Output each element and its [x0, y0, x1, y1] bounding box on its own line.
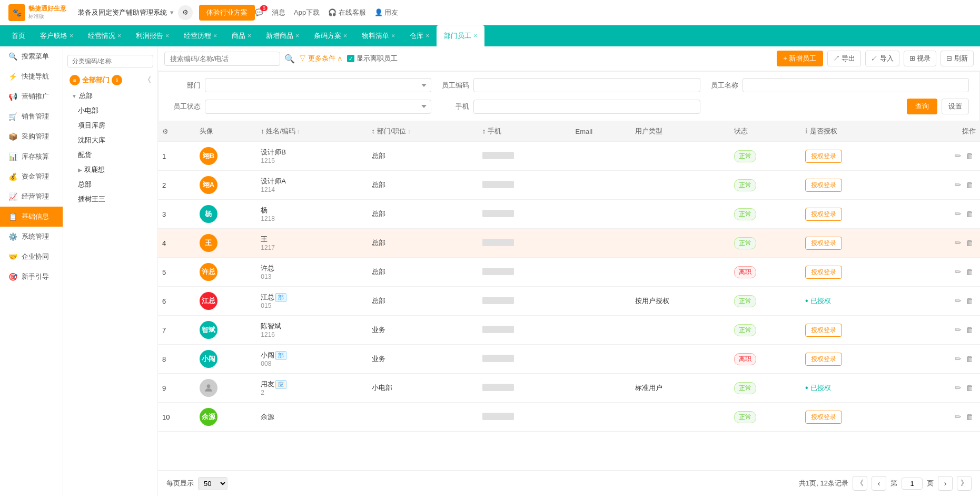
set-button[interactable]: 设置: [942, 99, 969, 114]
th-dept-pos[interactable]: ↕ 部门/职位: [368, 121, 478, 142]
nav-tab-operation[interactable]: 经营情况×: [81, 25, 128, 46]
nav-tab-customer[interactable]: 客户联络×: [33, 25, 81, 46]
edit-button[interactable]: ✏: [953, 295, 964, 307]
close-icon[interactable]: ×: [295, 32, 299, 40]
edit-button[interactable]: ✏: [953, 353, 964, 365]
nav-tab-add-goods[interactable]: 新增商品×: [259, 25, 306, 46]
close-icon[interactable]: ×: [343, 32, 347, 40]
delete-button[interactable]: 🗑: [964, 295, 976, 306]
sidebar-item-finance[interactable]: 💰 资金管理: [0, 167, 63, 187]
settings-icon[interactable]: ⚙: [178, 5, 193, 20]
delete-button[interactable]: 🗑: [964, 179, 976, 190]
th-name-code[interactable]: ↕ 姓名/编码: [256, 121, 367, 142]
nav-tab-dept-emp[interactable]: 部门员工×: [437, 25, 484, 46]
phone-input[interactable]: [473, 100, 700, 114]
nav-tab-history[interactable]: 经营历程×: [176, 25, 224, 46]
emp-name-input[interactable]: [743, 78, 969, 92]
nav-tab-barcode[interactable]: 条码方案×: [306, 25, 354, 46]
auth-login-button[interactable]: 授权登录: [805, 150, 842, 163]
per-page-select[interactable]: 50 100: [198, 477, 227, 490]
sidebar-item-basic[interactable]: 📋 基础信息: [0, 207, 63, 227]
export-button[interactable]: ↗ 导出: [827, 51, 862, 66]
dept-node-small-elec[interactable]: 小电部: [65, 103, 155, 118]
collapse-btn[interactable]: 《: [144, 75, 151, 85]
delete-button[interactable]: 🗑: [964, 266, 976, 277]
dept-search-input[interactable]: [67, 55, 153, 67]
close-icon[interactable]: ×: [213, 32, 217, 40]
auth-login-button[interactable]: 授权登录: [805, 179, 842, 192]
delete-button[interactable]: 🗑: [964, 237, 976, 248]
print-button[interactable]: ⊟ 刷新: [941, 51, 974, 66]
last-page-btn[interactable]: 》: [957, 476, 972, 491]
delete-button[interactable]: 🗑: [964, 150, 976, 161]
sidebar-item-inventory[interactable]: 📊 库存核算: [0, 147, 63, 167]
nav-tab-warehouse[interactable]: 仓库×: [402, 25, 437, 46]
emp-status-select[interactable]: [205, 100, 431, 114]
sidebar-item-system[interactable]: ⚙️ 系统管理: [0, 227, 63, 247]
sidebar-item-sales[interactable]: 🛒 销售管理: [0, 106, 63, 127]
delete-button[interactable]: 🗑: [964, 411, 976, 422]
app-download[interactable]: App下载: [294, 8, 320, 17]
auth-login-button[interactable]: 授权登录: [805, 208, 842, 221]
close-icon[interactable]: ×: [425, 32, 429, 40]
edit-button[interactable]: ✏: [953, 208, 964, 220]
edit-button[interactable]: ✏: [953, 150, 964, 162]
show-resigned-toggle[interactable]: ✓ 显示离职员工: [347, 54, 398, 63]
edit-button[interactable]: ✏: [953, 237, 964, 249]
nav-home[interactable]: 首页: [4, 25, 33, 46]
edit-button[interactable]: ✏: [953, 179, 964, 191]
sidebar-item-purchase[interactable]: 📦 采购管理: [0, 127, 63, 147]
dept-node-general2[interactable]: 总部: [65, 177, 155, 192]
th-settings[interactable]: ⚙: [158, 121, 195, 142]
dept-node-distribution[interactable]: 配货: [65, 148, 155, 162]
view-button[interactable]: ⊞ 视录: [904, 51, 937, 66]
auth-login-button[interactable]: 授权登录: [805, 353, 842, 366]
sidebar-item-marketing[interactable]: 📢 营销推广: [0, 86, 63, 106]
all-dept-label[interactable]: 全部部门: [82, 75, 110, 85]
dept-node-chashuwang[interactable]: 插树王三: [65, 192, 155, 207]
dept-node-shenyang[interactable]: 沈阳大库: [65, 133, 155, 148]
experience-btn[interactable]: 体验行业方案: [199, 5, 255, 21]
dept-node-shuanglu[interactable]: ▶双鹿想: [65, 162, 155, 177]
emp-code-input[interactable]: [473, 78, 700, 92]
page-input[interactable]: [902, 478, 923, 490]
next-page-btn[interactable]: ›: [938, 476, 953, 491]
nav-tab-profit[interactable]: 利润报告×: [128, 25, 176, 46]
sidebar-item-shortcut[interactable]: ⚡ 快捷导航: [0, 66, 63, 86]
edit-button[interactable]: ✏: [953, 382, 964, 394]
auth-login-button[interactable]: 授权登录: [805, 324, 842, 337]
delete-button[interactable]: 🗑: [964, 382, 976, 393]
auth-login-button[interactable]: 授权登录: [805, 266, 842, 279]
edit-button[interactable]: ✏: [953, 266, 964, 278]
close-icon[interactable]: ×: [165, 32, 169, 40]
prev-page-btn[interactable]: ‹: [872, 476, 886, 491]
search-button[interactable]: 🔍: [284, 54, 295, 64]
more-filter-btn[interactable]: ▽ 更多条件 ∧: [299, 54, 343, 63]
sidebar-item-search[interactable]: 🔍 搜索菜单: [0, 46, 63, 66]
resigned-checkbox[interactable]: ✓: [347, 55, 354, 62]
nav-tab-bom[interactable]: 物料清单×: [354, 25, 402, 46]
online-service[interactable]: 🎧 在线客服: [328, 8, 366, 17]
close-icon[interactable]: ×: [391, 32, 395, 40]
delete-button[interactable]: 🗑: [964, 208, 976, 219]
delete-button[interactable]: 🗑: [964, 324, 976, 335]
dept-node-general[interactable]: ▼总部: [65, 89, 155, 103]
sidebar-item-operation[interactable]: 📈 经营管理: [0, 187, 63, 207]
first-page-btn[interactable]: 《: [853, 476, 867, 491]
edit-button[interactable]: ✏: [953, 411, 964, 423]
add-emp-button[interactable]: + 新增员工: [777, 51, 823, 66]
sidebar-item-guide[interactable]: 🎯 新手引导: [0, 267, 63, 287]
close-icon[interactable]: ×: [70, 32, 73, 40]
close-icon[interactable]: ×: [473, 32, 477, 40]
sidebar-item-enterprise[interactable]: 🤝 企业协同: [0, 247, 63, 267]
close-icon[interactable]: ×: [117, 32, 121, 40]
delete-button[interactable]: 🗑: [964, 353, 976, 364]
query-button[interactable]: 查询: [907, 99, 937, 114]
dropdown-arrow[interactable]: ▾: [170, 8, 174, 16]
user-avatar[interactable]: 👤 用友: [374, 8, 399, 17]
auth-login-button[interactable]: 授权登录: [805, 237, 842, 250]
message-icon[interactable]: 💬 6: [255, 8, 263, 16]
edit-button[interactable]: ✏: [953, 324, 964, 336]
auth-login-button[interactable]: 授权登录: [805, 411, 842, 424]
import-button[interactable]: ↙ 导入: [865, 51, 899, 66]
